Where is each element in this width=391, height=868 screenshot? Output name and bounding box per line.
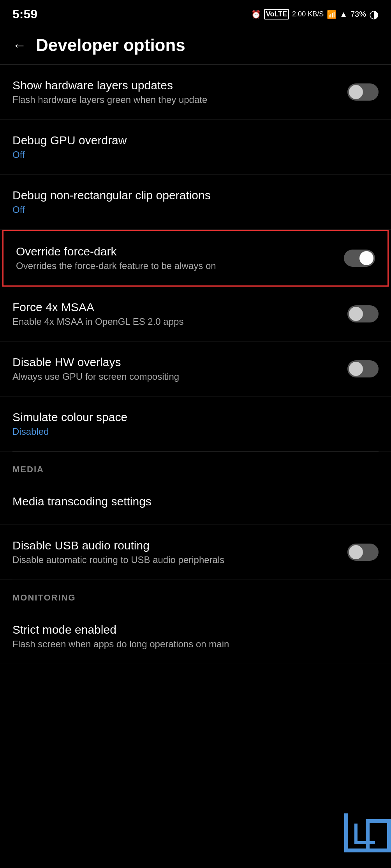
setting-subtitle-show-hardware-layers: Flash hardware layers green when they up… (12, 94, 340, 105)
setting-force-4x-msaa[interactable]: Force 4x MSAA Enable 4x MSAA in OpenGL E… (0, 287, 391, 342)
wifi-icon: 📶 (327, 10, 336, 19)
top-bar: ← Developer options (0, 26, 391, 65)
setting-simulate-colour-space[interactable]: Simulate colour space Disabled (0, 397, 391, 452)
page-title: Developer options (36, 35, 185, 55)
setting-media-transcoding[interactable]: Media transcoding settings (0, 481, 391, 525)
toggle-override-force-dark[interactable] (344, 250, 375, 267)
setting-value-debug-non-rectangular: Off (12, 204, 371, 215)
battery-level: 73% (350, 10, 366, 19)
network-speed: 2.00 KB/S (292, 10, 324, 18)
setting-title-disable-hw-overlays: Disable HW overlays (12, 356, 340, 369)
setting-subtitle-disable-usb-audio: Disable automatic routing to USB audio p… (12, 554, 340, 565)
status-time: 5:59 (12, 7, 37, 21)
setting-title-simulate-colour-space: Simulate colour space (12, 411, 371, 424)
setting-subtitle-disable-hw-overlays: Always use GPU for screen compositing (12, 371, 340, 382)
toggle-disable-hw-overlays[interactable] (347, 360, 379, 377)
setting-title-show-hardware-layers: Show hardware layers updates (12, 79, 340, 92)
status-bar: 5:59 ⏰ VoLTE 2.00 KB/S 📶 ▲ 73% ◑ (0, 0, 391, 26)
setting-title-debug-non-rectangular: Debug non-rectangular clip operations (12, 189, 371, 202)
setting-title-force-4x-msaa: Force 4x MSAA (12, 301, 340, 314)
alarm-icon: ⏰ (251, 10, 261, 19)
section-header-monitoring: MONITORING (0, 580, 391, 609)
setting-title-strict-mode: Strict mode enabled (12, 623, 371, 636)
setting-title-disable-usb-audio: Disable USB audio routing (12, 539, 340, 552)
setting-title-debug-gpu-overdraw: Debug GPU overdraw (12, 134, 371, 147)
toggle-force-4x-msaa[interactable] (347, 305, 379, 322)
battery-icon: ◑ (369, 8, 379, 21)
toggle-show-hardware-layers[interactable] (347, 83, 379, 101)
setting-subtitle-force-4x-msaa: Enable 4x MSAA in OpenGL ES 2.0 apps (12, 316, 340, 327)
setting-debug-gpu-overdraw[interactable]: Debug GPU overdraw Off (0, 120, 391, 175)
back-button[interactable]: ← (12, 37, 26, 53)
setting-subtitle-override-force-dark: Overrides the force-dark feature to be a… (16, 260, 336, 271)
signal-icon: ▲ (340, 10, 347, 19)
setting-debug-non-rectangular[interactable]: Debug non-rectangular clip operations Of… (0, 175, 391, 230)
setting-disable-usb-audio[interactable]: Disable USB audio routing Disable automa… (0, 525, 391, 580)
watermark-icon (344, 813, 391, 852)
setting-value-debug-gpu-overdraw: Off (12, 149, 371, 160)
volte-icon: VoLTE (264, 9, 289, 19)
setting-title-media-transcoding: Media transcoding settings (12, 495, 371, 508)
status-icons: ⏰ VoLTE 2.00 KB/S 📶 ▲ 73% ◑ (251, 8, 379, 21)
settings-list: Show hardware layers updates Flash hardw… (0, 65, 391, 664)
setting-strict-mode[interactable]: Strict mode enabled Flash screen when ap… (0, 609, 391, 664)
setting-subtitle-strict-mode: Flash screen when apps do long operation… (12, 639, 371, 650)
setting-disable-hw-overlays[interactable]: Disable HW overlays Always use GPU for s… (0, 342, 391, 397)
toggle-disable-usb-audio[interactable] (347, 544, 379, 561)
setting-override-force-dark[interactable]: Override force-dark Overrides the force-… (2, 230, 389, 287)
setting-show-hardware-layers[interactable]: Show hardware layers updates Flash hardw… (0, 65, 391, 120)
setting-title-override-force-dark: Override force-dark (16, 245, 336, 258)
svg-rect-0 (368, 821, 389, 850)
section-header-media: MEDIA (0, 452, 391, 481)
setting-value-simulate-colour-space: Disabled (12, 426, 371, 437)
